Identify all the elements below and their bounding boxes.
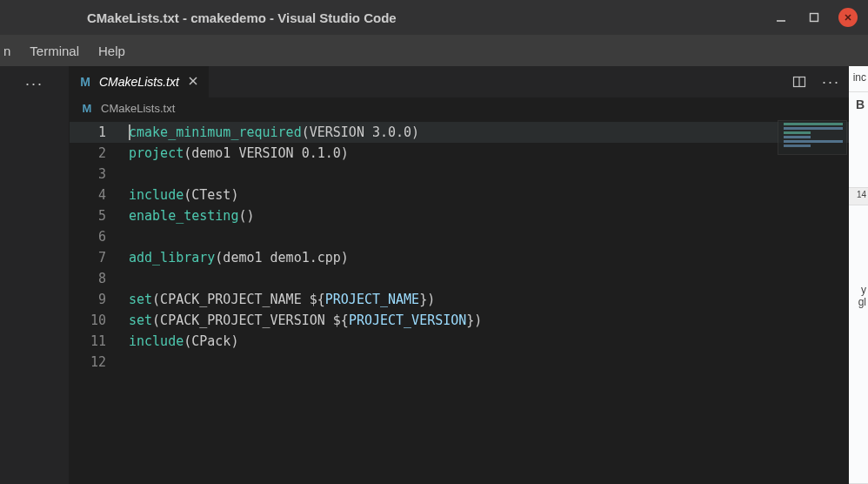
breadcrumb[interactable]: M CMakeLists.txt [70,97,849,118]
code-line[interactable]: 8 [70,268,849,289]
code-content[interactable]: project(demo1 VERSION 0.1.0) [111,143,349,164]
code-content[interactable]: cmake_minimum_required(VERSION 3.0.0) [111,122,419,143]
code-line[interactable]: 12 [70,352,849,373]
line-number: 10 [70,310,111,331]
code-editor[interactable]: 1cmake_minimum_required(VERSION 3.0.0)2p… [70,118,849,484]
line-number: 7 [70,247,111,268]
line-number: 2 [70,143,111,164]
tab-close-icon[interactable] [188,75,198,89]
code-content[interactable]: include(CPack) [111,331,238,352]
sidebar-overflow-icon[interactable]: ··· [0,66,69,101]
code-line[interactable]: 10set(CPACK_PROJECT_VERSION ${PROJECT_VE… [70,310,849,331]
code-content[interactable] [111,226,129,247]
menu-bar: n Terminal Help [0,35,868,66]
line-number: 1 [70,122,111,143]
close-button[interactable] [838,8,858,27]
line-number: 6 [70,226,111,247]
split-editor-icon[interactable] [792,75,806,89]
code-content[interactable]: set(CPACK_PROJECT_VERSION ${PROJECT_VERS… [111,310,482,331]
code-content[interactable]: include(CTest) [111,185,238,205]
code-line[interactable]: 9set(CPACK_PROJECT_NAME ${PROJECT_NAME}) [70,289,849,310]
code-line[interactable]: 7add_library(demo1 demo1.cpp) [70,247,849,268]
line-number: 5 [70,205,111,226]
code-line[interactable]: 5enable_testing() [70,205,849,226]
menu-item-n[interactable]: n [3,44,10,58]
workbench: ··· M CMakeLists.txt ··· M CMakeLists.tx… [0,66,868,484]
file-icon: M [80,101,94,115]
background-window-edge: inc B 14 y gl [849,66,868,484]
code-line[interactable]: 4include(CTest) [70,185,849,205]
title-bar: CMakeLists.txt - cmakedemo - Visual Stud… [0,0,868,35]
line-number: 8 [70,268,111,289]
code-content[interactable] [111,268,129,289]
tab-cmakelists[interactable]: M CMakeLists.txt [70,66,210,97]
menu-item-help[interactable]: Help [98,44,125,58]
code-content[interactable] [111,352,129,373]
tab-actions: ··· [792,66,840,97]
line-number: 9 [70,289,111,310]
side-gutter: ··· [0,66,70,484]
line-number: 11 [70,331,111,352]
editor-more-icon[interactable]: ··· [822,73,840,91]
line-number: 3 [70,164,111,185]
window-title: CMakeLists.txt - cmakedemo - Visual Stud… [87,10,397,25]
code-line[interactable]: 1cmake_minimum_required(VERSION 3.0.0) [70,122,849,143]
svg-rect-1 [811,14,818,22]
code-line[interactable]: 6 [70,226,849,247]
code-line[interactable]: 2project(demo1 VERSION 0.1.0) [70,143,849,164]
minimize-button[interactable] [772,9,790,26]
line-number: 4 [70,185,111,205]
editor-group: M CMakeLists.txt ··· M CMakeLists.txt [70,66,849,484]
code-content[interactable]: enable_testing() [111,205,255,226]
line-number: 12 [70,352,111,373]
file-icon: M [78,75,92,89]
code-content[interactable] [111,164,129,185]
window-controls [772,8,858,27]
code-line[interactable]: 3 [70,164,849,185]
code-line[interactable]: 11include(CPack) [70,331,849,352]
maximize-button[interactable] [805,9,823,26]
code-content[interactable]: set(CPACK_PROJECT_NAME ${PROJECT_NAME}) [111,289,435,310]
code-content[interactable]: add_library(demo1 demo1.cpp) [111,247,349,268]
tab-label: CMakeLists.txt [99,75,179,89]
menu-item-terminal[interactable]: Terminal [30,44,79,58]
minimap[interactable] [778,120,847,155]
tab-bar: M CMakeLists.txt ··· [70,66,849,97]
breadcrumb-label: CMakeLists.txt [101,102,175,115]
